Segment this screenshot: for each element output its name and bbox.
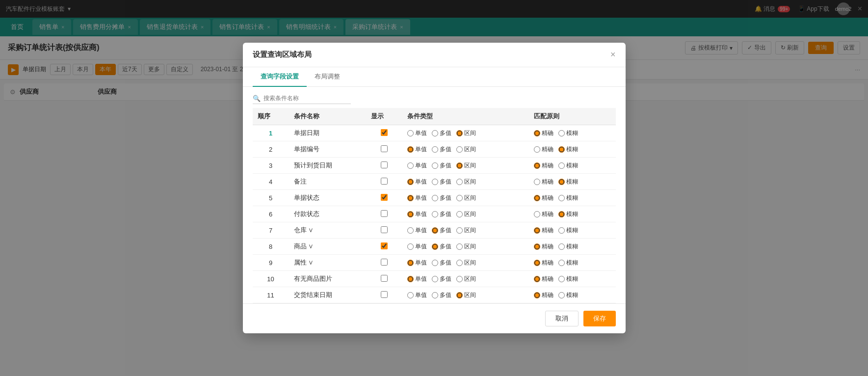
row-seq: 3: [253, 158, 289, 174]
row-display[interactable]: [366, 174, 402, 190]
type-option[interactable]: 区间: [456, 194, 476, 202]
row-display[interactable]: [366, 206, 402, 222]
type-option[interactable]: 区间: [456, 145, 476, 154]
type-option[interactable]: 单值: [407, 194, 427, 202]
match-option[interactable]: 精确: [534, 259, 553, 267]
type-option[interactable]: 多值: [432, 161, 451, 170]
type-option[interactable]: 区间: [456, 259, 476, 267]
match-option[interactable]: 模糊: [558, 226, 578, 235]
row-type: 单值多值区间: [402, 287, 528, 303]
modal-header: 设置查询区域布局 ×: [243, 43, 626, 67]
modal-close-button[interactable]: ×: [610, 50, 616, 60]
type-option[interactable]: 多值: [432, 210, 451, 218]
row-display[interactable]: [366, 141, 402, 158]
row-display[interactable]: [366, 255, 402, 271]
table-row: 4备注单值多值区间精确模糊: [253, 174, 616, 190]
display-checkbox[interactable]: [381, 129, 388, 136]
type-option[interactable]: 区间: [456, 129, 476, 137]
match-option[interactable]: 模糊: [558, 291, 578, 299]
type-option[interactable]: 多值: [432, 291, 451, 299]
modal-overlay: 设置查询区域布局 × 查询字段设置 布局调整 🔍: [0, 0, 868, 376]
type-option[interactable]: 单值: [407, 291, 427, 299]
type-option[interactable]: 单值: [407, 226, 427, 235]
row-display[interactable]: [366, 222, 402, 239]
row-type: 单值多值区间: [402, 239, 528, 255]
match-option[interactable]: 模糊: [558, 210, 578, 218]
type-option[interactable]: 单值: [407, 242, 427, 251]
match-option[interactable]: 精确: [534, 129, 553, 137]
row-seq: 5: [253, 190, 289, 206]
type-option[interactable]: 多值: [432, 242, 451, 251]
match-option[interactable]: 模糊: [558, 129, 578, 137]
row-display[interactable]: [366, 287, 402, 303]
row-display[interactable]: [366, 158, 402, 174]
row-seq: 2: [253, 141, 289, 158]
type-option[interactable]: 区间: [456, 275, 476, 283]
match-option[interactable]: 精确: [534, 145, 553, 154]
row-name: 单据日期: [289, 125, 367, 141]
modal-tab-layout[interactable]: 布局调整: [307, 67, 348, 87]
type-option[interactable]: 多值: [432, 194, 451, 202]
match-option[interactable]: 模糊: [558, 242, 578, 251]
type-option[interactable]: 单值: [407, 210, 427, 218]
type-option[interactable]: 多值: [432, 275, 451, 283]
type-option[interactable]: 区间: [456, 161, 476, 170]
display-checkbox[interactable]: [381, 242, 388, 249]
type-option[interactable]: 区间: [456, 210, 476, 218]
type-option[interactable]: 单值: [407, 129, 427, 137]
modal-footer: 取消 保存: [243, 303, 626, 333]
display-checkbox[interactable]: [381, 259, 388, 266]
type-option[interactable]: 多值: [432, 145, 451, 154]
type-option[interactable]: 区间: [456, 226, 476, 235]
display-checkbox[interactable]: [381, 161, 388, 168]
row-display[interactable]: [366, 190, 402, 206]
modal-tab-query-fields[interactable]: 查询字段设置: [253, 67, 307, 87]
match-option[interactable]: 模糊: [558, 161, 578, 170]
match-option[interactable]: 模糊: [558, 259, 578, 267]
display-checkbox[interactable]: [381, 226, 388, 233]
search-input[interactable]: [263, 93, 342, 104]
modal-search-area: 🔍: [243, 87, 626, 108]
match-option[interactable]: 精确: [534, 226, 553, 235]
table-row: 8商品 ∨单值多值区间精确模糊: [253, 239, 616, 255]
row-match: 精确模糊: [529, 287, 616, 303]
match-option[interactable]: 精确: [534, 275, 553, 283]
cancel-button[interactable]: 取消: [545, 311, 579, 326]
type-option[interactable]: 区间: [456, 178, 476, 186]
type-option[interactable]: 单值: [407, 275, 427, 283]
match-option[interactable]: 精确: [534, 242, 553, 251]
row-display[interactable]: [366, 125, 402, 141]
match-option[interactable]: 精确: [534, 210, 553, 218]
match-option[interactable]: 精确: [534, 178, 553, 186]
table-row: 3预计到货日期单值多值区间精确模糊: [253, 158, 616, 174]
modal-tabs: 查询字段设置 布局调整: [243, 67, 626, 87]
match-option[interactable]: 模糊: [558, 145, 578, 154]
display-checkbox[interactable]: [381, 145, 388, 152]
display-checkbox[interactable]: [381, 210, 388, 217]
row-display[interactable]: [366, 239, 402, 255]
match-option[interactable]: 精确: [534, 291, 553, 299]
row-type: 单值多值区间: [402, 125, 528, 141]
match-option[interactable]: 精确: [534, 161, 553, 170]
display-checkbox[interactable]: [381, 275, 388, 282]
type-option[interactable]: 多值: [432, 226, 451, 235]
match-option[interactable]: 精确: [534, 194, 553, 202]
row-display[interactable]: [366, 271, 402, 287]
type-option[interactable]: 多值: [432, 259, 451, 267]
match-option[interactable]: 模糊: [558, 275, 578, 283]
type-option[interactable]: 单值: [407, 178, 427, 186]
type-option[interactable]: 单值: [407, 259, 427, 267]
match-option[interactable]: 模糊: [558, 194, 578, 202]
type-option[interactable]: 多值: [432, 129, 451, 137]
match-option[interactable]: 模糊: [558, 178, 578, 186]
type-option[interactable]: 单值: [407, 161, 427, 170]
type-option[interactable]: 区间: [456, 291, 476, 299]
display-checkbox[interactable]: [381, 291, 388, 298]
display-checkbox[interactable]: [381, 178, 388, 185]
type-option[interactable]: 单值: [407, 145, 427, 154]
display-checkbox[interactable]: [381, 194, 388, 201]
modal-table-wrap: 顺序 条件名称 显示 条件类型 匹配原则 1单据日期单值多值区间精确模糊2单据编…: [243, 108, 626, 303]
type-option[interactable]: 区间: [456, 242, 476, 251]
save-button[interactable]: 保存: [583, 311, 616, 326]
type-option[interactable]: 多值: [432, 178, 451, 186]
